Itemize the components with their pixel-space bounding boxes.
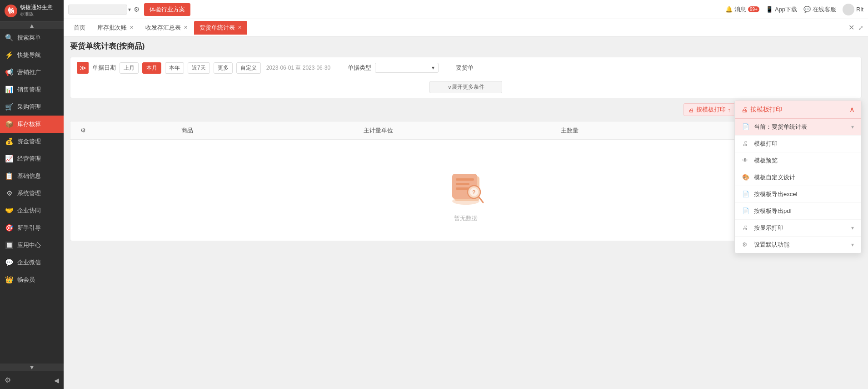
popup-close-btn[interactable]: ∧ xyxy=(849,105,855,114)
sidebar-item-member[interactable]: 👑 畅会员 xyxy=(0,271,64,288)
app-download-btn[interactable]: 📱 App下载 xyxy=(766,5,797,14)
online-service-btn[interactable]: 💬 在线客服 xyxy=(803,5,836,14)
date-btn-current-month[interactable]: 本月 xyxy=(142,62,161,74)
sidebar-item-inventory-label: 库存核算 xyxy=(17,120,41,128)
sidebar-item-app-center[interactable]: 🔲 应用中心 xyxy=(0,237,64,254)
dropdown-item-export-excel[interactable]: 📄 按模板导出excel xyxy=(735,186,861,203)
mobile-icon: 📱 xyxy=(766,6,773,13)
topbar-gear-btn[interactable]: ⚙ xyxy=(134,5,140,14)
operations-icon: 📈 xyxy=(5,154,14,163)
tab-inventory-batch[interactable]: 库存批次账 ✕ xyxy=(92,21,139,35)
sidebar-nav: 🔍 搜索菜单 ⚡ 快捷导航 📢 营销推广 📊 销售管理 🛒 采购管理 📦 库存核… xyxy=(0,29,64,364)
display-print-icon: 🖨 xyxy=(742,224,749,232)
sidebar-item-inventory[interactable]: 📦 库存核算 xyxy=(0,116,64,133)
sidebar-collapse-btn[interactable]: ◀ xyxy=(54,377,59,384)
date-btn-current-year[interactable]: 本年 xyxy=(165,62,184,74)
search-icon: 🔍 xyxy=(5,33,14,42)
sidebar-item-enterprise-wechat-label: 企业微信 xyxy=(17,258,41,267)
filter-bar: ≫ 单据日期 上月 本月 本年 近7天 更多 自定义 2023-06-01 至 … xyxy=(70,57,862,98)
sidebar-item-app-center-label: 应用中心 xyxy=(17,241,41,249)
sidebar-item-sales[interactable]: 📊 销售管理 xyxy=(0,81,64,98)
tabbar-right: ✕ ⤢ xyxy=(848,23,863,32)
type-filter-select[interactable]: ▾ xyxy=(375,63,439,73)
tab-order-stats[interactable]: 要货单统计表 ✕ xyxy=(194,21,247,35)
date-btn-last-month[interactable]: 上月 xyxy=(120,62,139,74)
main-area: ▾ ⚙ 体验行业方案 🔔 消息 99+ 📱 App下载 💬 在线客服 Rit xyxy=(64,0,868,389)
topbar: ▾ ⚙ 体验行业方案 🔔 消息 99+ 📱 App下载 💬 在线客服 Rit xyxy=(64,0,868,19)
nav-dropdown-btn[interactable]: ▾ xyxy=(128,6,131,13)
sidebar-item-marketing[interactable]: 📢 营销推广 xyxy=(0,64,64,81)
popup-title: 🖨 按模板打印 xyxy=(741,106,782,114)
sidebar-item-search[interactable]: 🔍 搜索菜单 xyxy=(0,29,64,46)
dropdown-item-export-pdf[interactable]: 📄 按模板导出pdf xyxy=(735,203,861,220)
tab-receipt-summary[interactable]: 收发存汇总表 ✕ xyxy=(140,21,193,35)
sidebar-item-enterprise-label: 企业协同 xyxy=(17,207,41,215)
dropdown-item-template-design[interactable]: 🎨 模板自定义设计 xyxy=(735,169,861,186)
sales-icon: 📊 xyxy=(5,85,14,94)
sidebar-scroll-down[interactable]: ▼ xyxy=(0,364,64,371)
filter-expand-btn[interactable]: ≫ xyxy=(77,62,89,74)
sidebar: 畅 畅捷通好生意 标准版 ▲ 🔍 搜索菜单 ⚡ 快捷导航 📢 营销推广 📊 销售… xyxy=(0,0,64,389)
export-pdf-icon: 📄 xyxy=(742,207,749,215)
dropdown-item-default-func[interactable]: ⚙ 设置默认功能 ▾ xyxy=(735,237,861,253)
bell-icon: 🔔 xyxy=(725,6,733,13)
sidebar-item-enterprise-wechat[interactable]: 💬 企业微信 xyxy=(0,254,64,271)
sidebar-settings-btn[interactable]: ⚙ xyxy=(5,376,11,384)
date-btn-more[interactable]: 更多 xyxy=(214,62,233,74)
sidebar-item-base-info[interactable]: 📋 基础信息 xyxy=(0,167,64,185)
sidebar-item-finance[interactable]: 💰 资金管理 xyxy=(0,133,64,150)
sidebar-item-quick-nav[interactable]: ⚡ 快捷导航 xyxy=(0,46,64,64)
quick-nav-icon: ⚡ xyxy=(5,51,14,60)
template-preview-icon: 👁 xyxy=(742,157,749,164)
trial-btn[interactable]: 体验行业方案 xyxy=(144,3,190,16)
print-template-btn[interactable]: 🖨 按模板打印 ↑ xyxy=(683,103,736,116)
print-up-arrow: ↑ xyxy=(728,106,731,113)
user-area[interactable]: Rit xyxy=(843,4,863,15)
inventory-icon: 📦 xyxy=(5,120,14,129)
sidebar-item-member-label: 畅会员 xyxy=(17,276,35,284)
template-icon: 📄 xyxy=(742,123,749,131)
col-settings[interactable]: ⚙ xyxy=(75,127,91,134)
sidebar-item-search-label: 搜索菜单 xyxy=(17,34,41,42)
dropdown-item-template-preview[interactable]: 👁 模板预览 xyxy=(735,152,861,169)
empty-icon: ? xyxy=(443,167,489,208)
notifications-label: 消息 xyxy=(734,5,746,14)
notifications-btn[interactable]: 🔔 消息 99+ xyxy=(725,5,759,14)
tab-order-stats-close[interactable]: ✕ xyxy=(238,25,242,30)
sidebar-item-guide[interactable]: 🎯 新手引导 xyxy=(0,219,64,237)
date-btn-last-7-days[interactable]: 近7天 xyxy=(188,62,210,74)
tab-receipt-summary-close[interactable]: ✕ xyxy=(184,25,188,30)
dropdown-item-display-print[interactable]: 🖨 按显示打印 ▾ xyxy=(735,220,861,237)
tab-home[interactable]: 首页 xyxy=(68,21,91,35)
sidebar-scroll-up[interactable]: ▲ xyxy=(0,22,64,29)
svg-rect-3 xyxy=(456,178,474,181)
dropdown-item-current-template[interactable]: 📄 当前：要货单统计表 ▾ xyxy=(735,119,861,136)
tab-inventory-batch-close[interactable]: ✕ xyxy=(130,25,134,30)
display-print-arrow: ▾ xyxy=(851,225,854,231)
notifications-badge: 99+ xyxy=(748,6,759,12)
online-service-label: 在线客服 xyxy=(813,5,836,14)
sidebar-item-operations[interactable]: 📈 经营管理 xyxy=(0,150,64,167)
user-name: Rit xyxy=(856,6,863,13)
expand-more-icon: ∨ xyxy=(448,84,452,91)
sidebar-bottom: ⚙ ◀ xyxy=(0,371,64,389)
sidebar-item-purchase[interactable]: 🛒 采购管理 xyxy=(0,98,64,116)
printer-icon: 🖨 xyxy=(688,106,694,113)
default-func-arrow: ▾ xyxy=(851,242,854,248)
sidebar-item-finance-label: 资金管理 xyxy=(17,137,41,146)
nav-input[interactable] xyxy=(68,5,127,15)
page-title: 要货单统计表(按商品) xyxy=(70,41,862,51)
sidebar-item-enterprise[interactable]: 🤝 企业协同 xyxy=(0,202,64,219)
tabbar-close-all-btn[interactable]: ✕ xyxy=(848,23,854,32)
expand-more-btn[interactable]: ∨ 展开更多条件 xyxy=(429,81,502,93)
sidebar-item-sales-label: 销售管理 xyxy=(17,86,41,94)
base-info-icon: 📋 xyxy=(5,172,14,181)
date-btn-custom[interactable]: 自定义 xyxy=(236,62,261,74)
sidebar-item-operations-label: 经营管理 xyxy=(17,155,41,163)
finance-icon: 💰 xyxy=(5,137,14,146)
dropdown-item-template-print[interactable]: 🖨 模板打印 xyxy=(735,136,861,152)
sidebar-item-system[interactable]: ⚙ 系统管理 xyxy=(0,185,64,202)
print-dropdown-popup: 🖨 按模板打印 ∧ 📄 当前：要货单统计表 ▾ 🖨 模板打印 👁 模板预览 🎨 xyxy=(734,100,862,253)
user-avatar xyxy=(843,4,854,15)
tabbar-expand-btn[interactable]: ⤢ xyxy=(858,24,863,31)
